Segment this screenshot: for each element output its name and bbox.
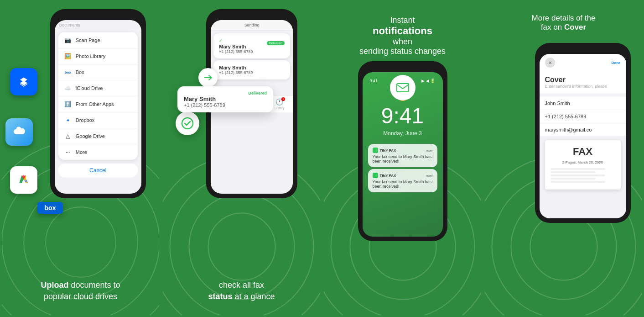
googledrive-logo (10, 166, 37, 194)
phone-notch3 (384, 66, 421, 72)
camera-icon: 📷 (64, 36, 72, 44)
history-badge: 1 (281, 97, 285, 101)
back-button[interactable]: ✕ (545, 58, 555, 68)
phone-panel4: ✕ Done Cover Enter sender's information,… (535, 43, 631, 223)
svg-point-8 (208, 213, 275, 280)
menu-item-otherapps[interactable]: ⬆️ From Other Apps (58, 96, 138, 112)
panel-upload: box Documents 📷 Scan Page 🖼️ Photo Libra… (2, 2, 159, 315)
document-menu: 📷 Scan Page 🖼️ Photo Library box Box ☁️ … (58, 32, 138, 160)
tab-history[interactable]: 🕐 1 History (275, 98, 285, 110)
panel2-caption: check all fax status at a glance (163, 280, 320, 302)
icloud-logo (5, 118, 33, 146)
phone-notch (80, 14, 116, 20)
panel-notifications: Instant notifications when sending statu… (324, 2, 481, 315)
box-icon: box (64, 68, 72, 76)
cover-screen: ✕ Done Cover Enter sender's information,… (540, 54, 626, 218)
cover-field-phone[interactable]: +1 (212) 555-6789 (540, 110, 626, 123)
photo-icon: 🖼️ (64, 52, 72, 60)
menu-item-drive[interactable]: △ Google Drive (58, 128, 138, 144)
back-icon: ✕ (548, 60, 552, 65)
check-circle-float (176, 111, 199, 135)
icloud-icon: ☁️ (64, 84, 72, 92)
cancel-button[interactable]: Cancel (58, 164, 138, 177)
more-icon: ··· (64, 148, 72, 156)
lock-notif-1: TINY FAX now Your fax send to Mary Smith… (368, 144, 437, 167)
sending-header: Sending (211, 20, 293, 31)
panel1-caption: Upload documents to popular cloud drives (2, 280, 159, 302)
phone-screen: Documents 📷 Scan Page 🖼️ Photo Library b… (55, 20, 141, 194)
envelope-icon-circle (390, 75, 415, 100)
fax-paper: FAX 2 Pages, March 20, 2020 (545, 140, 621, 190)
cover-field-email[interactable]: marysmith@gmail.co (540, 123, 626, 137)
history-icon: 🕐 1 (275, 98, 283, 106)
panel-cover: More details of the fax on Cover ✕ Done … (485, 2, 642, 315)
svg-point-18 (530, 213, 597, 280)
notification-popup: Delivered Mary Smith +1 (212) 555-6789 (177, 86, 273, 112)
fax-line-1 (551, 168, 606, 170)
menu-item-dropbox[interactable]: ✦ Dropbox (58, 112, 138, 128)
menu-item-more[interactable]: ··· More (58, 144, 138, 160)
drive-icon: △ (64, 132, 72, 140)
dropbox-icon: ✦ (64, 116, 72, 124)
cover-field-name[interactable]: John Smith (540, 97, 626, 110)
phone-notch4 (565, 48, 601, 54)
upload-icon: ⬆️ (64, 100, 72, 108)
panel3-headline: Instant notifications when sending statu… (324, 16, 481, 56)
menu-item-box[interactable]: box Box (58, 64, 138, 80)
done-button[interactable]: Done (612, 61, 621, 65)
phone-notch2 (234, 14, 270, 20)
menu-item-scan[interactable]: 📷 Scan Page (58, 32, 138, 48)
send-circle-float (198, 68, 218, 87)
lock-notif-2: TINY FAX now Your fax send to Mary Smith… (368, 169, 437, 192)
svg-point-12 (182, 118, 193, 129)
fax-card-1: Delivered ✓ Mary Smith +1 (212) 555-6789 (213, 33, 290, 58)
panel4-headline: More details of the fax on Cover (485, 14, 642, 32)
fax-line-2 (551, 171, 596, 173)
menu-item-photo[interactable]: 🖼️ Photo Library (58, 48, 138, 64)
fax-line-5 (551, 181, 606, 183)
menu-item-icloud[interactable]: ☁️ iCloud Drive (58, 80, 138, 96)
fax-line-3 (551, 174, 606, 176)
box-logo: box (37, 202, 63, 214)
tinyfax-icon-1 (373, 148, 378, 153)
fax-line-4 (551, 178, 596, 180)
fax-card-2: Mary Smith +1 (212) 555-6789 (213, 60, 290, 79)
check-icon-1: ✓ (219, 38, 223, 43)
tinyfax-icon-2 (373, 173, 378, 178)
phone-panel1: Documents 📷 Scan Page 🖼️ Photo Library b… (50, 9, 146, 198)
delivered-badge-1: Delivered (267, 41, 285, 45)
cover-nav: ✕ Done (540, 54, 626, 71)
menu-header: Documents (55, 20, 141, 28)
cover-title-section: Cover Enter sender's information, please (540, 71, 626, 93)
svg-point-0 (46, 207, 116, 277)
dropbox-logo (10, 68, 37, 95)
panel-status: Sending Delivered ✓ Mary Smith +1 (212) … (163, 2, 320, 315)
svg-rect-17 (397, 84, 409, 92)
